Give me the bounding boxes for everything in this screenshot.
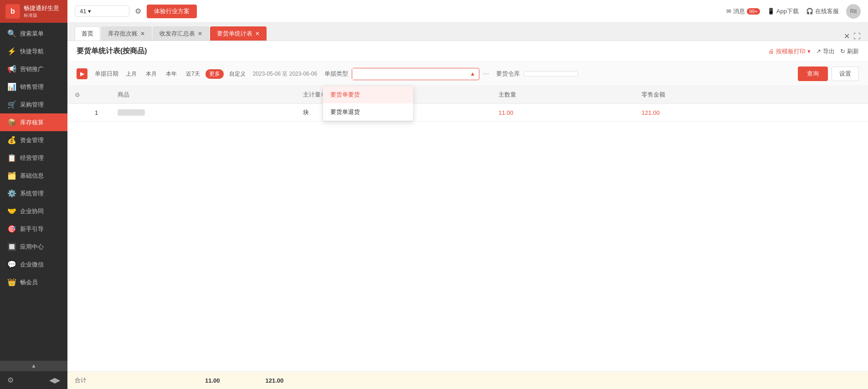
- chevron-down-icon: ▾: [807, 48, 811, 55]
- last-month-btn[interactable]: 上月: [122, 69, 140, 79]
- expand-tab-btn[interactable]: ⛶: [853, 32, 861, 41]
- settings-footer-btn[interactable]: ⚙: [7, 376, 14, 384]
- row-amount-cell: 121.00: [634, 104, 804, 122]
- table-wrap: ⚙ 商品 主计量单位 主数量 零售金额 1: [67, 86, 868, 371]
- app-title: 畅捷通好生意 标准版: [24, 5, 59, 18]
- phone-icon: 📱: [767, 8, 775, 15]
- col-amount: 零售金额: [634, 86, 804, 104]
- table-row: 1 块 11.00 121.00: [67, 104, 868, 122]
- query-btn[interactable]: 查询: [798, 67, 828, 81]
- tab-close-recv-summary[interactable]: ✕: [198, 31, 202, 37]
- store-selector[interactable]: 41 ▾: [75, 5, 129, 17]
- this-year-btn[interactable]: 本年: [162, 69, 180, 79]
- cart-icon: 🛒: [7, 100, 16, 109]
- trial-button[interactable]: 体验行业方案: [147, 5, 197, 18]
- dropdown-item-order-return[interactable]: 要货单退货: [323, 103, 413, 121]
- handshake-icon: 🤝: [7, 207, 16, 215]
- print-btn[interactable]: 🖨 按模板打印 ▾: [768, 47, 811, 56]
- export-btn[interactable]: ↗ 导出: [816, 47, 835, 56]
- topbar: 41 ▾ ⚙ 体验行业方案 ✉ 消息 99+ 📱 App下载 🎧 在线客服 Ri…: [67, 0, 868, 23]
- refresh-btn[interactable]: ↻ 刷新: [840, 47, 859, 56]
- filter-bar: ▶ 单据日期 上月 本月 本年 近7天 更多 自定义 2023-05-06 至 …: [67, 62, 868, 86]
- dropdown-item-order-goods[interactable]: 要货单要货: [323, 86, 413, 103]
- col-qty: 主数量: [491, 86, 634, 104]
- warehouse-label: 要货仓库: [496, 70, 520, 78]
- app-download-btn[interactable]: 📱 App下载: [767, 7, 799, 15]
- messages-badge: 99+: [747, 8, 760, 15]
- col-goods: 商品: [110, 86, 296, 104]
- sidebar-item-search[interactable]: 🔍 搜索菜单: [0, 25, 67, 42]
- sidebar-item-newbie[interactable]: 🎯 新手引导: [0, 220, 67, 238]
- tab-close-order-stats[interactable]: ✕: [255, 31, 260, 37]
- tab-home[interactable]: 首页: [75, 26, 100, 41]
- row-extra-cell: [803, 104, 868, 122]
- headphone-icon: 🎧: [806, 8, 813, 15]
- collapse-btn[interactable]: ◀▶: [49, 376, 60, 384]
- export-icon: ↗: [816, 48, 821, 55]
- filter-dots-btn[interactable]: ···: [483, 70, 489, 78]
- row-settings-cell: [67, 104, 87, 122]
- tab-recv-summary[interactable]: 收发存汇总表 ✕: [153, 26, 209, 41]
- this-month-btn[interactable]: 本月: [142, 69, 160, 79]
- messages-btn[interactable]: ✉ 消息 99+: [726, 7, 760, 15]
- crown-icon: 👑: [7, 278, 16, 287]
- goods-blurred: [118, 109, 145, 116]
- sidebar-item-basic[interactable]: 🗂️ 基础信息: [0, 167, 67, 184]
- doc-type-dropdown: 要货单要货 要货单退货: [323, 86, 414, 121]
- clipboard-icon: 📋: [7, 154, 16, 162]
- col-settings[interactable]: ⚙: [67, 86, 87, 104]
- sidebar-footer: ⚙ ◀▶: [0, 371, 67, 389]
- sidebar-item-collab[interactable]: 🤝 企业协同: [0, 202, 67, 220]
- doc-type-chevron-btn[interactable]: ▲: [466, 71, 479, 77]
- sidebar-item-operation[interactable]: 📋 经营管理: [0, 149, 67, 167]
- sidebar-header: b 畅捷通好生意 标准版: [0, 0, 67, 23]
- sidebar-item-marketing[interactable]: 📢 营销推广: [0, 60, 67, 78]
- sidebar-item-quicknav[interactable]: ⚡ 快捷导航: [0, 42, 67, 60]
- wechat-icon: 💬: [7, 260, 16, 269]
- date-range-text: 2023-05-06 至 2023-06-06: [253, 70, 317, 78]
- sidebar-scroll-up[interactable]: ▲: [0, 361, 67, 371]
- more-date-btn[interactable]: 更多: [205, 69, 224, 79]
- setup-btn[interactable]: 设置: [832, 67, 859, 81]
- page-header: 要货单统计表(按商品) 🖨 按模板打印 ▾ ↗ 导出 ↻ 刷新: [67, 41, 868, 62]
- date-range-btns: 上月 本月 本年 近7天 更多 自定义: [122, 69, 249, 79]
- table-header-row: ⚙ 商品 主计量单位 主数量 零售金额: [67, 86, 868, 104]
- sidebar-item-wechat[interactable]: 💬 企业微信: [0, 256, 67, 273]
- main-content: 41 ▾ ⚙ 体验行业方案 ✉ 消息 99+ 📱 App下载 🎧 在线客服 Ri…: [67, 0, 868, 389]
- row-index-cell: 1: [87, 104, 110, 122]
- lightning-icon: ⚡: [7, 47, 16, 56]
- custom-date-btn[interactable]: 自定义: [226, 69, 249, 79]
- close-all-tabs-btn[interactable]: ✕: [844, 32, 850, 41]
- warehouse-input[interactable]: [524, 71, 578, 77]
- page-content: 要货单统计表(按商品) 🖨 按模板打印 ▾ ↗ 导出 ↻ 刷新 ▶: [67, 41, 868, 389]
- topbar-right: ✉ 消息 99+ 📱 App下载 🎧 在线客服 Rit: [726, 4, 861, 19]
- sidebar-item-purchase[interactable]: 🛒 采购管理: [0, 96, 67, 113]
- tabs-bar: 首页 库存批次账 ✕ 收发存汇总表 ✕ 要货单统计表 ✕ ✕ ⛶: [67, 23, 868, 41]
- doc-type-label: 单据类型: [324, 70, 348, 78]
- sidebar-item-inventory[interactable]: 📦 库存核算: [0, 113, 67, 131]
- tab-close-inventory-batch[interactable]: ✕: [140, 31, 145, 37]
- tab-inventory-batch[interactable]: 库存批次账 ✕: [101, 26, 152, 41]
- online-service-btn[interactable]: 🎧 在线客服: [806, 7, 839, 15]
- sidebar-item-system[interactable]: ⚙️ 系统管理: [0, 184, 67, 202]
- user-avatar[interactable]: Rit: [846, 4, 861, 19]
- date-filter-group: 单据日期 上月 本月 本年 近7天 更多 自定义 2023-05-06 至 20…: [95, 69, 317, 79]
- page-actions: 🖨 按模板打印 ▾ ↗ 导出 ↻ 刷新: [768, 47, 859, 56]
- sidebar-nav: 🔍 搜索菜单 ⚡ 快捷导航 📢 营销推广 📊 销售管理 🛒 采购管理 📦 库存核…: [0, 23, 67, 361]
- total-label: 合计: [75, 376, 87, 384]
- app-logo: b: [5, 4, 20, 19]
- sidebar-item-sales[interactable]: 📊 销售管理: [0, 78, 67, 96]
- sidebar-item-finance[interactable]: 💰 资金管理: [0, 131, 67, 149]
- filter-expand-btn[interactable]: ▶: [77, 68, 87, 79]
- tab-order-stats[interactable]: 要货单统计表 ✕: [210, 26, 267, 41]
- money-icon: 💰: [7, 136, 16, 144]
- message-icon: ✉: [726, 8, 731, 15]
- topbar-settings-btn[interactable]: ⚙: [135, 7, 141, 15]
- sidebar-item-apps[interactable]: 🔲 应用中心: [0, 238, 67, 256]
- sidebar-item-member[interactable]: 👑 畅会员: [0, 273, 67, 291]
- last7-btn[interactable]: 近7天: [182, 69, 204, 79]
- doc-type-filter-group: 单据类型 ▲ ···: [324, 68, 489, 80]
- doc-type-input[interactable]: [352, 68, 466, 80]
- row-qty-cell: 11.00: [491, 104, 634, 122]
- table-footer: 合计 11.00 121.00: [67, 371, 868, 389]
